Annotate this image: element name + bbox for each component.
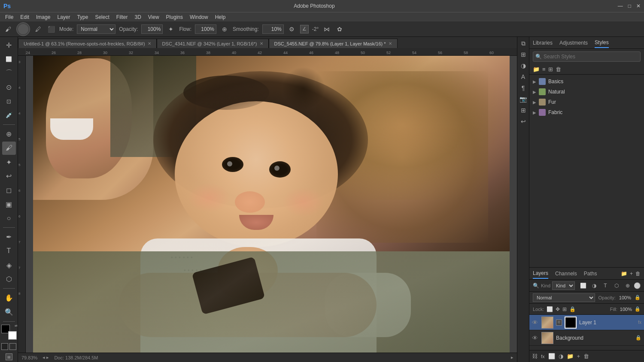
lock-pixels-icon[interactable]: ⬜ <box>547 306 553 312</box>
layers-folder-icon[interactable]: 📁 <box>621 271 627 277</box>
adjustment-filter-icon[interactable]: ◑ <box>589 281 599 290</box>
swap-colors-icon[interactable]: ⇄ <box>15 324 18 328</box>
menu-plugins[interactable]: Plugins <box>163 13 186 21</box>
text-filter-icon[interactable]: T <box>601 281 610 290</box>
menu-type[interactable]: Type <box>73 13 91 21</box>
brush-size-indicator[interactable] <box>16 22 30 36</box>
style-group-fur[interactable]: ▶ Fur <box>529 97 644 107</box>
quick-selection-tool[interactable]: ⊙ <box>2 81 16 94</box>
tab-close-dsc5455[interactable]: ✕ <box>389 41 392 46</box>
shape-filter-icon[interactable]: ⬡ <box>612 281 621 290</box>
standard-mode[interactable] <box>9 343 16 350</box>
symmetry-icon[interactable]: ✿ <box>335 24 344 34</box>
delete-style-icon[interactable]: 🗑 <box>556 66 561 72</box>
pressure-angle-icon[interactable]: ⋈ <box>322 24 331 34</box>
opacity-input[interactable] <box>141 24 163 34</box>
menu-3d[interactable]: 3D <box>131 13 144 21</box>
move-tool[interactable]: ✛ <box>2 39 16 52</box>
lock-position-icon[interactable]: ✥ <box>556 306 560 312</box>
tab-styles[interactable]: Styles <box>595 38 609 48</box>
tab-dsc4341[interactable]: DSC_4341.NEF @ 342% (Layer 1, RGB/16*) ✕ <box>157 39 269 48</box>
close-button[interactable]: ✕ <box>636 3 641 9</box>
lock-artboard-icon[interactable]: ⊞ <box>562 306 567 312</box>
properties-icon[interactable]: ⊞ <box>519 50 528 59</box>
style-group-basics[interactable]: ▶ Basics <box>529 76 644 87</box>
tab-untitled[interactable]: Untitled-1 @ 63.1% (Remove-spots-not-fre… <box>18 39 157 48</box>
brush-tool[interactable]: 🖌 <box>2 142 16 155</box>
layer1-visibility-icon[interactable]: 👁 <box>532 319 539 326</box>
menu-file[interactable]: File <box>2 13 17 21</box>
crop-tool[interactable]: ⊡ <box>2 95 16 108</box>
path-selection-tool[interactable]: ◈ <box>2 259 16 272</box>
style-view-icon[interactable]: ≡ <box>542 66 546 72</box>
quick-mask-mode[interactable] <box>1 343 8 350</box>
flow-input[interactable] <box>195 24 216 34</box>
tab-adjustments[interactable]: Adjustments <box>559 38 588 48</box>
layer-item-layer1[interactable]: 👁 ⛓ Layer 1 fx <box>529 315 644 330</box>
lasso-tool[interactable]: ⌒ <box>2 66 16 80</box>
menu-image[interactable]: Image <box>33 13 54 21</box>
layers-delete-icon[interactable]: 🗑 <box>635 271 641 277</box>
type-tool[interactable]: T <box>2 244 16 258</box>
screen-mode-icon[interactable]: ▤ <box>6 353 12 360</box>
brush-settings-icon[interactable]: ⬛ <box>46 24 56 34</box>
menu-edit[interactable]: Edit <box>17 13 33 21</box>
tab-close-untitled[interactable]: ✕ <box>148 41 151 46</box>
new-layer-icon[interactable]: + <box>577 353 580 359</box>
flow-pressure-icon[interactable]: ⊕ <box>220 24 229 34</box>
zoom-tool[interactable]: 🔍 <box>2 305 16 319</box>
healing-brush-tool[interactable]: ⊕ <box>2 127 16 141</box>
tab-close-dsc4341[interactable]: ✕ <box>260 41 263 46</box>
grid-icon[interactable]: ⊞ <box>519 106 528 115</box>
minimize-button[interactable]: — <box>618 3 623 9</box>
menu-layer[interactable]: Layer <box>54 13 73 21</box>
menu-filter[interactable]: Filter <box>113 13 131 21</box>
blend-mode-select[interactable]: Normal <box>77 24 115 34</box>
maximize-button[interactable]: □ <box>628 3 631 9</box>
tab-dsc5455[interactable]: DSC_5455.NEF @ 79.8% (Layer 1, Layer Mas… <box>269 39 398 48</box>
smoothing-settings-icon[interactable]: ⚙ <box>287 24 297 34</box>
filter-toggle[interactable] <box>634 282 641 289</box>
character-icon[interactable]: A <box>519 72 528 81</box>
smart-filter-icon[interactable]: ⊕ <box>623 281 632 290</box>
menu-help[interactable]: Help <box>212 13 229 21</box>
background-visibility-icon[interactable]: 👁 <box>532 335 539 341</box>
style-grid-icon[interactable]: ⊞ <box>548 66 553 72</box>
gradient-tool[interactable]: ▣ <box>2 198 16 211</box>
shape-tool[interactable]: ⬡ <box>2 272 16 286</box>
layer-blend-select[interactable]: Normal <box>533 293 595 302</box>
filter-kind-select[interactable]: Kind <box>552 281 575 290</box>
menu-window[interactable]: Window <box>186 13 212 21</box>
dodge-tool[interactable]: ○ <box>2 212 16 225</box>
paragraph-icon[interactable]: ¶ <box>519 83 528 93</box>
style-group-fabric[interactable]: ▶ Fabric <box>529 107 644 118</box>
layer-item-background[interactable]: 👁 Background 🔒 <box>529 330 644 346</box>
adjustment-layer-icon[interactable]: ◑ <box>559 353 563 359</box>
marquee-tool[interactable]: ⬜ <box>2 53 16 66</box>
new-group-icon[interactable]: 📁 <box>567 353 574 359</box>
fx-icon[interactable]: fx <box>541 354 545 359</box>
camera-icon[interactable]: 📷 <box>519 94 528 104</box>
delete-layer-icon[interactable]: 🗑 <box>583 353 589 359</box>
brush-mode-icon[interactable]: 🖊 <box>33 24 43 34</box>
add-mask-icon[interactable]: ⬜ <box>548 353 555 359</box>
paths-tab[interactable]: Paths <box>584 269 597 278</box>
add-style-icon[interactable]: 📁 <box>533 66 540 72</box>
styles-search-input[interactable] <box>533 51 641 62</box>
background-color[interactable] <box>8 331 17 340</box>
layers-tab[interactable]: Layers <box>533 268 548 279</box>
clone-stamp-tool[interactable]: ✦ <box>2 156 16 169</box>
history-brush-tool[interactable]: ↩ <box>2 169 16 183</box>
link-layers-icon[interactable]: ⛓ <box>532 353 538 359</box>
airbrush-icon[interactable]: ✦ <box>166 24 176 34</box>
color-picker[interactable]: ⇄ <box>1 325 17 340</box>
adjustments-icon[interactable]: ◑ <box>519 61 528 70</box>
lock-all-icon[interactable]: 🔒 <box>569 306 576 312</box>
brush-preset-icon[interactable]: 🖌 <box>3 24 13 34</box>
pen-tool[interactable]: ✒ <box>2 230 16 244</box>
canvas-viewport[interactable]: ✦ ✦ ✦ ✦ ✦ ✦ ✦ ✦ ✦ ✦ ✦ <box>26 56 517 353</box>
pixel-filter-icon[interactable]: ⬜ <box>578 281 588 290</box>
eyedropper-tool[interactable]: 💉 <box>2 109 16 122</box>
layers-create-icon[interactable]: + <box>630 271 633 277</box>
tab-libraries[interactable]: Libraries <box>533 38 553 48</box>
